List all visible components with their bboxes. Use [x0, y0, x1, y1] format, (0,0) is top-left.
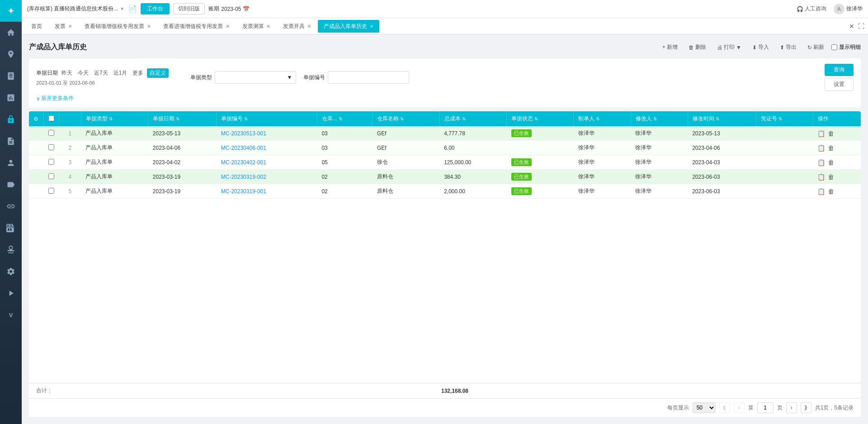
- page-input[interactable]: [757, 402, 774, 413]
- tab-close-all-button[interactable]: ✕: [849, 23, 854, 30]
- delete-row-icon[interactable]: 🗑: [828, 159, 834, 166]
- expand-conditions-button[interactable]: ∨ 展开更多条件: [36, 95, 854, 102]
- sidebar-item-person[interactable]: [0, 152, 22, 174]
- show-detail-checkbox[interactable]: [831, 44, 837, 50]
- row-checkbox[interactable]: [48, 144, 54, 150]
- tab-sales-vat-close-icon[interactable]: ×: [147, 23, 151, 29]
- tab-invoice[interactable]: 发票 ×: [49, 20, 78, 33]
- tab-calc[interactable]: 发票测算 ×: [236, 20, 276, 33]
- first-page-button[interactable]: ⟪: [719, 402, 730, 413]
- next-page-button[interactable]: ›: [786, 402, 797, 413]
- doc-num-input[interactable]: [328, 71, 409, 84]
- last1m-btn[interactable]: 近1月: [112, 68, 129, 78]
- period-calendar-icon[interactable]: 📅: [243, 6, 250, 12]
- tab-calc-close-icon[interactable]: ×: [267, 23, 270, 29]
- sidebar-item-journal[interactable]: [0, 65, 22, 87]
- row-checkbox-cell[interactable]: [43, 155, 59, 170]
- doc-num-link[interactable]: MC-20230513-001: [221, 130, 266, 137]
- th-warehouse-name[interactable]: 仓库名称⇅: [373, 111, 439, 126]
- sidebar-item-tag[interactable]: [0, 174, 22, 195]
- delete-row-icon[interactable]: 🗑: [828, 130, 834, 137]
- th-doc-num[interactable]: 单据编号⇅: [217, 111, 317, 126]
- edit-icon[interactable]: 📋: [817, 188, 825, 195]
- th-doc-date[interactable]: 单据日期⇅: [148, 111, 217, 126]
- th-total-cost[interactable]: 总成本⇅: [439, 111, 506, 126]
- row-checkbox-cell[interactable]: [43, 184, 59, 199]
- sidebar-item-chart[interactable]: [0, 87, 22, 109]
- tab-expand-button[interactable]: ⛶: [858, 23, 864, 30]
- print-button[interactable]: 🖨 打印 ▼: [713, 42, 745, 53]
- per-page-select[interactable]: 50 100 200: [693, 402, 716, 413]
- user-menu[interactable]: 头 徐泽华: [834, 4, 863, 14]
- th-settings[interactable]: ⚙: [29, 111, 43, 126]
- delete-row-icon[interactable]: 🗑: [828, 173, 834, 181]
- th-voucher-num[interactable]: 凭证号⇅: [756, 111, 813, 126]
- workbench-button[interactable]: 工作台: [141, 3, 170, 14]
- sidebar-item-video[interactable]: [0, 282, 22, 304]
- row-doc-num[interactable]: MC-20230319-001: [217, 184, 317, 199]
- new-button[interactable]: + 新增: [659, 42, 681, 53]
- tab-purchase-vat[interactable]: 查看进项增值税专用发票 ×: [157, 20, 235, 33]
- delete-row-icon[interactable]: 🗑: [828, 144, 834, 152]
- doc-num-link[interactable]: MC-20230319-001: [221, 188, 266, 195]
- sidebar-item-org[interactable]: [0, 43, 22, 65]
- query-button[interactable]: 查询: [825, 64, 854, 76]
- export-button[interactable]: ⬆ 导出: [776, 42, 800, 53]
- custom-btn[interactable]: 自定义: [147, 68, 169, 78]
- doc-num-link[interactable]: MC-20230402-001: [221, 159, 266, 166]
- sidebar-item-inventory[interactable]: [0, 217, 22, 239]
- import-button[interactable]: ⬇ 导入: [749, 42, 773, 53]
- row-checkbox-cell[interactable]: [43, 141, 59, 155]
- row-doc-num[interactable]: MC-20230406-001: [217, 141, 317, 155]
- row-doc-num[interactable]: MC-20230402-001: [217, 155, 317, 170]
- sidebar-item-list[interactable]: [0, 130, 22, 152]
- switch-version-button[interactable]: 切到旧版: [173, 3, 205, 14]
- doc-icon[interactable]: 📄: [128, 5, 137, 13]
- row-checkbox-cell[interactable]: [43, 170, 59, 184]
- sidebar-item-connect[interactable]: [0, 195, 22, 217]
- tab-history[interactable]: 产成品入库单历史 ×: [318, 20, 379, 33]
- row-doc-num[interactable]: MC-20230319-002: [217, 170, 317, 184]
- select-all-checkbox[interactable]: [48, 115, 54, 121]
- service-button[interactable]: 🎧 人工咨询: [797, 5, 826, 13]
- delete-button[interactable]: 🗑 删除: [685, 42, 710, 53]
- last-page-button[interactable]: ⟫: [801, 402, 811, 413]
- tab-sales-vat[interactable]: 查看销项增值税专用发票 ×: [79, 20, 156, 33]
- delete-row-icon[interactable]: 🗑: [828, 188, 834, 195]
- show-detail-checkbox-container[interactable]: 显示明细: [831, 43, 861, 51]
- more-btn[interactable]: 更多: [131, 68, 145, 78]
- row-checkbox[interactable]: [48, 173, 54, 179]
- sidebar-item-stamp[interactable]: [0, 239, 22, 261]
- yesterday-btn[interactable]: 昨天: [60, 68, 74, 78]
- th-modifier[interactable]: 修改人⇅: [631, 111, 688, 126]
- th-checkbox[interactable]: [43, 111, 59, 126]
- th-warehouse-code[interactable]: 仓库...⇅: [317, 111, 372, 126]
- sidebar-item-version[interactable]: V: [0, 304, 22, 326]
- tab-purchase-vat-close-icon[interactable]: ×: [226, 23, 229, 29]
- doc-type-select[interactable]: ▼: [215, 71, 296, 84]
- row-checkbox[interactable]: [48, 159, 54, 165]
- last7-btn[interactable]: 近7天: [92, 68, 110, 78]
- edit-icon[interactable]: 📋: [817, 159, 825, 166]
- tab-home[interactable]: 首页: [25, 20, 48, 33]
- edit-icon[interactable]: 📋: [817, 130, 825, 137]
- sidebar-item-settings[interactable]: [0, 261, 22, 282]
- th-creator[interactable]: 制单人⇅: [574, 111, 631, 126]
- row-doc-num[interactable]: MC-20230513-001: [217, 126, 317, 141]
- edit-icon[interactable]: 📋: [817, 173, 825, 181]
- company-selector[interactable]: (库存核算) 直播轻路通信息技术股份... ▼: [27, 5, 124, 13]
- th-doc-type[interactable]: 单据类型⇅: [81, 111, 148, 126]
- tab-open-close-icon[interactable]: ×: [307, 23, 311, 29]
- row-checkbox-cell[interactable]: [43, 126, 59, 141]
- prev-page-button[interactable]: ‹: [734, 402, 745, 413]
- edit-icon[interactable]: 📋: [817, 144, 825, 152]
- doc-num-link[interactable]: MC-20230406-001: [221, 145, 266, 151]
- th-modify-time[interactable]: 修改时间⇅: [688, 111, 756, 126]
- refresh-button[interactable]: ↻ 刷新: [804, 42, 828, 53]
- sidebar-item-home[interactable]: [0, 22, 22, 43]
- filter-settings-button[interactable]: 设置: [825, 78, 854, 91]
- row-checkbox[interactable]: [48, 130, 54, 136]
- row-checkbox[interactable]: [48, 188, 54, 194]
- sidebar-item-lock[interactable]: [0, 109, 22, 130]
- tab-history-close-icon[interactable]: ×: [370, 23, 373, 29]
